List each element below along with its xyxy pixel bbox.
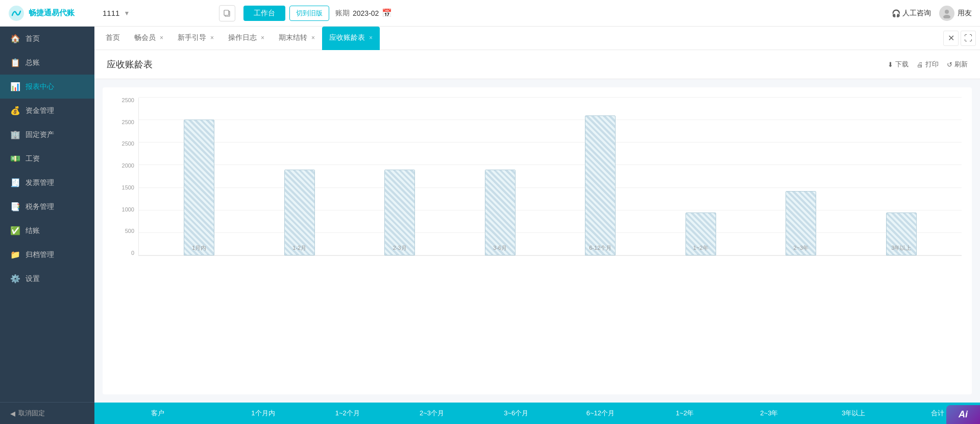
sidebar-item-归档管理[interactable]: 📁 归档管理 [0,243,94,267]
tab-close-3[interactable]: × [261,34,264,41]
tab-close-4[interactable]: × [311,34,315,41]
nav-icon-10: ⚙️ [10,274,20,284]
bar-6-12个月 [585,115,616,255]
x-label-3-6月: 3-6月 [450,244,551,252]
tab-畅会员[interactable]: 畅会员× [127,27,170,50]
period-label: 账期 [335,9,350,18]
consult-button[interactable]: 🎧 人工咨询 [892,9,931,18]
pin-icon: ◀ [10,410,15,417]
tab-label-4: 期末结转 [279,33,307,42]
copy-button[interactable] [219,5,235,21]
sidebar-label-0: 首页 [26,34,40,43]
svg-rect-2 [224,10,229,15]
tab-应收账龄表[interactable]: 应收账龄表× [322,27,380,50]
sidebar-item-首页[interactable]: 🏠 首页 [0,27,94,51]
period-area: 账期 2023-02 📅 [335,8,392,18]
nav-icon-8: ✅ [10,226,20,235]
page-actions: ⬇ 下载 🖨 打印 ↺ 刷新 [888,60,968,69]
table-header-6: 1~2年 [643,409,727,418]
tab-close-2[interactable]: × [210,34,214,41]
tab-期末结转[interactable]: 期末结转× [272,27,322,50]
y-axis: 0500100015002000250025002500 [113,98,138,256]
tab-label-0: 首页 [106,33,120,42]
nav-icon-3: 💰 [10,106,20,115]
tab-close-1[interactable]: × [160,34,163,41]
maximize-button[interactable]: ⛶ [961,31,976,46]
nav-icon-4: 🏢 [10,130,20,139]
download-label: 下载 [895,60,909,69]
user-name: 用友 [958,9,972,18]
page-header: 应收账龄表 ⬇ 下载 🖨 打印 ↺ 刷新 [94,50,980,79]
main-layout: 🏠 首页 📋 总账 📊 报表中心 💰 资金管理 🏢 固定资产 💵 工资 🧾 发票… [0,27,980,424]
bars-area [139,98,962,255]
sidebar-item-发票管理[interactable]: 🧾 发票管理 [0,171,94,195]
download-icon: ⬇ [888,61,893,68]
sidebar-item-报表中心[interactable]: 📊 报表中心 [0,75,94,99]
cancel-fixed-label: 取消固定 [18,409,45,418]
x-label-1~2年: 1~2年 [651,244,751,252]
nav-icon-9: 📁 [10,250,20,260]
dropdown-icon: ▼ [124,10,130,17]
sidebar-label-10: 设置 [26,274,40,284]
company-selector[interactable]: 1111 ▼ [103,9,215,17]
sidebar-label-3: 资金管理 [26,106,54,115]
tab-label-2: 新手引导 [178,33,206,42]
tab-操作日志[interactable]: 操作日志× [221,27,272,50]
sidebar-item-工资[interactable]: 💵 工资 [0,147,94,171]
logo-text: 畅捷通易代账 [29,8,75,18]
sidebar-item-设置[interactable]: ⚙️ 设置 [0,267,94,291]
x-label-6-12个月: 6-12个月 [550,244,651,252]
content-area: 首页畅会员×新手引导×操作日志×期末结转×应收账龄表× ✕ ⛶ 应收账龄表 ⬇ … [94,27,980,424]
ai-badge: Ai [946,405,980,424]
sidebar-item-税务管理[interactable]: 📑 税务管理 [0,195,94,219]
x-label-2-3月: 2-3月 [350,244,450,252]
switch-old-button[interactable]: 切到旧版 [289,6,329,21]
workbench-button[interactable]: 工作台 [243,6,285,21]
table-header-7: 2~3年 [727,409,811,418]
x-label-1月内: 1月内 [149,244,250,252]
table-header-2: 1~2个月 [305,409,389,418]
sidebar-label-4: 固定资产 [26,130,54,139]
tab-label-5: 应收账龄表 [329,33,365,42]
calendar-icon[interactable]: 📅 [382,8,392,18]
user-area[interactable]: 用友 [939,6,972,21]
period-value: 2023-02 [353,9,379,17]
svg-point-4 [943,15,950,18]
y-label: 500 [125,228,134,234]
tab-actions: ✕ ⛶ [943,31,976,46]
sidebar-item-结账[interactable]: ✅ 结账 [0,219,94,243]
sidebar-label-9: 归档管理 [26,250,54,260]
x-label-3年以上: 3年以上 [851,244,952,252]
print-button[interactable]: 🖨 打印 [917,60,939,69]
refresh-button[interactable]: ↺ 刷新 [947,60,968,69]
table-header-0: 客户 [94,409,221,418]
nav-icon-2: 📊 [10,82,20,91]
table-header-8: 3年以上 [812,409,896,418]
tab-close-5[interactable]: × [369,34,373,41]
bar-group-1月内 [184,120,214,255]
print-label: 打印 [925,60,939,69]
tab-bar: 首页畅会员×新手引导×操作日志×期末结转×应收账龄表× ✕ ⛶ [94,27,980,50]
download-button[interactable]: ⬇ 下载 [888,60,909,69]
table-header-3: 2~3个月 [389,409,474,418]
tab-首页[interactable]: 首页 [99,27,127,50]
y-label: 1000 [122,207,134,213]
chart-body: 1月内1-2月2-3月3-6月6-12个月1~2年2~3年3年以上 [138,98,962,256]
copy-icon [223,9,231,17]
header-right: 🎧 人工咨询 用友 [892,6,972,21]
x-label-2~3年: 2~3年 [751,244,851,252]
sidebar-item-资金管理[interactable]: 💰 资金管理 [0,99,94,123]
table-header-4: 3~6个月 [474,409,558,418]
sidebar-label-6: 发票管理 [26,178,54,187]
company-name: 1111 [103,9,119,17]
cancel-fixed-button[interactable]: ◀ 取消固定 [0,403,94,424]
tab-新手引导[interactable]: 新手引导× [170,27,221,50]
close-all-tabs-button[interactable]: ✕ [943,31,959,46]
logo-area: 畅捷通易代账 [8,5,103,21]
x-label-1-2月: 1-2月 [250,244,350,252]
print-icon: 🖨 [917,61,923,68]
y-label: 2500 [122,141,134,147]
sidebar-item-总账[interactable]: 📋 总账 [0,51,94,75]
sidebar-item-固定资产[interactable]: 🏢 固定资产 [0,123,94,147]
y-label: 2500 [122,98,134,103]
